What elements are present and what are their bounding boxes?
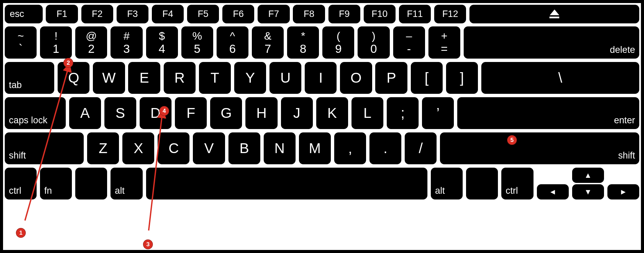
key-e[interactable]: E (128, 62, 160, 94)
key-f9[interactable]: F9 (328, 5, 360, 23)
key-arrow-up[interactable]: ▲ (572, 168, 604, 183)
arrow-right-col: ► (607, 168, 639, 199)
key-period[interactable]: . (369, 132, 401, 164)
key-backslash[interactable]: \ (481, 62, 639, 94)
key-f2[interactable]: F2 (81, 5, 113, 23)
key-4[interactable]: $4 (146, 26, 178, 58)
key-f7[interactable]: F7 (258, 5, 289, 23)
arrow-up-icon: ▲ (584, 171, 592, 180)
row-asdf: caps lock A S D F G H J K L ; ’ enter (5, 97, 639, 129)
key-enter[interactable]: enter (457, 97, 639, 129)
arrow-updown-col: ▲ ▼ (572, 168, 604, 199)
key-b[interactable]: B (228, 132, 260, 164)
row-numbers: ~` !1 @2 #3 $4 %5 ^6 &7 *8 (9 )0 –- += d… (5, 26, 639, 58)
key-esc[interactable]: esc (5, 5, 43, 23)
annotation-badge-1: 1 (16, 228, 26, 238)
key-a[interactable]: A (69, 97, 101, 129)
key-f3[interactable]: F3 (117, 5, 148, 23)
key-5[interactable]: %5 (181, 26, 213, 58)
key-w[interactable]: W (93, 62, 125, 94)
key-semicolon[interactable]: ; (387, 97, 419, 129)
arrow-down-icon: ▼ (584, 188, 592, 196)
key-f6[interactable]: F6 (222, 5, 254, 23)
key-ctrl-right[interactable]: ctrl (501, 168, 533, 199)
key-t[interactable]: T (199, 62, 231, 94)
key-o[interactable]: O (340, 62, 372, 94)
key-arrow-down[interactable]: ▼ (572, 184, 604, 199)
key-q[interactable]: Q (58, 62, 89, 94)
key-f4[interactable]: F4 (152, 5, 184, 23)
key-space[interactable] (146, 168, 428, 199)
key-eject[interactable] (469, 5, 639, 23)
key-f11[interactable]: F11 (399, 5, 431, 23)
key-f5[interactable]: F5 (187, 5, 219, 23)
key-f10[interactable]: F10 (364, 5, 396, 23)
key-x[interactable]: X (122, 132, 154, 164)
key-f12[interactable]: F12 (434, 5, 466, 23)
key-tab[interactable]: tab (5, 62, 54, 94)
key-3[interactable]: #3 (110, 26, 142, 58)
key-u[interactable]: U (269, 62, 301, 94)
key-alt-left[interactable]: alt (110, 168, 142, 199)
key-shift-right[interactable]: shift (440, 132, 639, 164)
eject-icon (549, 9, 560, 18)
key-y[interactable]: Y (234, 62, 266, 94)
row-function: esc F1 F2 F3 F4 F5 F6 F7 F8 F9 F10 F11 F… (5, 5, 639, 23)
key-fn[interactable]: fn (40, 168, 72, 199)
key-comma[interactable]: ‚ (334, 132, 366, 164)
key-g[interactable]: G (210, 97, 242, 129)
row-bottom: ctrl fn alt alt ctrl ◄ ▲ ▼ ► (5, 168, 639, 199)
key-v[interactable]: V (193, 132, 225, 164)
key-c[interactable]: C (158, 132, 189, 164)
key-s[interactable]: S (104, 97, 136, 129)
key-os-right[interactable] (466, 168, 498, 199)
key-r[interactable]: R (164, 62, 196, 94)
key-6[interactable]: ^6 (217, 26, 248, 58)
key-p[interactable]: P (375, 62, 407, 94)
key-2[interactable]: @2 (75, 26, 107, 58)
key-k[interactable]: K (316, 97, 348, 129)
key-arrow-right[interactable]: ► (607, 184, 639, 199)
key-equals[interactable]: += (428, 26, 460, 58)
key-0[interactable]: )0 (358, 26, 389, 58)
key-d[interactable]: D (140, 97, 172, 129)
annotation-badge-3: 3 (143, 239, 153, 249)
key-f8[interactable]: F8 (293, 5, 325, 23)
key-f[interactable]: F (175, 97, 207, 129)
key-bracket-left[interactable]: [ (411, 62, 443, 94)
row-zxcv: shift Z X C V B N M ‚ . / shift (5, 132, 639, 164)
key-quote[interactable]: ’ (422, 97, 454, 129)
keyboard-diagram: esc F1 F2 F3 F4 F5 F6 F7 F8 F9 F10 F11 F… (0, 0, 644, 253)
key-slash[interactable]: / (405, 132, 437, 164)
key-z[interactable]: Z (87, 132, 119, 164)
key-ctrl-left[interactable]: ctrl (5, 168, 37, 199)
key-9[interactable]: (9 (322, 26, 354, 58)
arrow-right-icon: ► (620, 188, 627, 196)
key-m[interactable]: M (299, 132, 331, 164)
key-backtick[interactable]: ~` (5, 26, 37, 58)
key-8[interactable]: *8 (287, 26, 319, 58)
arrow-left-icon: ◄ (549, 188, 557, 196)
key-os-left[interactable] (75, 168, 107, 199)
arrow-left-col: ◄ (537, 168, 569, 199)
key-shift-left[interactable]: shift (5, 132, 84, 164)
key-arrow-left[interactable]: ◄ (537, 184, 569, 199)
key-n[interactable]: N (264, 132, 296, 164)
key-7[interactable]: &7 (252, 26, 284, 58)
row-qwerty: tab Q W E R T Y U I O P [ ] \ (5, 62, 639, 94)
key-alt-right[interactable]: alt (431, 168, 463, 199)
key-delete[interactable]: delete (464, 26, 639, 58)
key-bracket-right[interactable]: ] (446, 62, 478, 94)
key-j[interactable]: J (281, 97, 313, 129)
key-caps-lock[interactable]: caps lock (5, 97, 66, 129)
key-minus[interactable]: –- (393, 26, 425, 58)
key-h[interactable]: H (245, 97, 277, 129)
key-1[interactable]: !1 (40, 26, 72, 58)
key-f1[interactable]: F1 (46, 5, 78, 23)
key-i[interactable]: I (305, 62, 337, 94)
key-l[interactable]: L (351, 97, 383, 129)
